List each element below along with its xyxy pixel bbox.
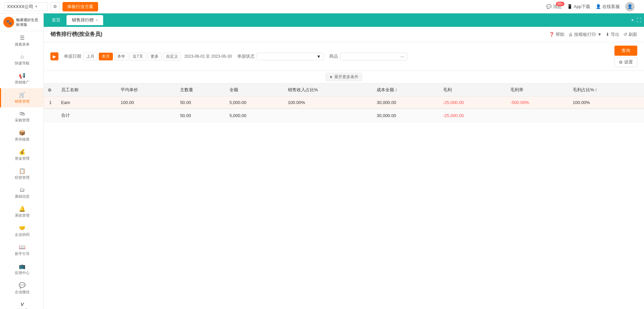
page-content: 销售排行榜(按业务员) ❓ 帮助 🖨 按模板打印 ▼ ⬇ 导出 <box>44 27 644 309</box>
print-dropdown-icon[interactable]: ▼ <box>597 32 602 37</box>
filter-row: ▶ 单据日期 上月 本月 本年 近7天 更多 自定义 2023- <box>50 46 637 67</box>
content-area: 首页 销售排行榜 × × ⛶ 销售排行榜(按业务员) ❓ 帮助 <box>44 13 644 309</box>
sidebar-item-finance-label: 资金管理 <box>15 156 30 161</box>
export-icon: ⬇ <box>606 32 609 37</box>
tab-home[interactable]: 首页 <box>46 15 66 25</box>
settings-icon[interactable]: ⚙ <box>50 2 60 11</box>
print-button[interactable]: 🖨 按模板打印 ▼ <box>568 32 602 38</box>
sidebar-item-quick-nav-label: 快捷导航 <box>15 61 30 66</box>
cell-cost: 30,000.00 <box>373 97 439 109</box>
refresh-label: 刷新 <box>629 32 637 38</box>
sidebar-item-quick-nav[interactable]: ⌂ 快捷导航 <box>0 50 43 69</box>
custom-date-btn[interactable]: 自定义 <box>163 53 181 60</box>
gross-pct-info-icon[interactable]: ℹ <box>595 88 597 92</box>
system-icon: 🔔 <box>19 206 26 212</box>
sidebar-item-operation[interactable]: 📋 经营管理 <box>0 164 43 184</box>
this-year-btn[interactable]: 本年 <box>114 53 128 60</box>
more-date-btn[interactable]: 更多 <box>147 53 162 60</box>
footer-gross-rate <box>506 109 569 122</box>
logo-line1: 畅康通好生意 <box>16 17 38 22</box>
last-month-btn[interactable]: 上月 <box>83 53 97 60</box>
tab-close-icon[interactable]: × <box>96 18 98 22</box>
company-selector[interactable]: XXXXXX公司 ▼ <box>4 2 48 11</box>
print-icon: 🖨 <box>568 32 573 37</box>
app-icon: 📱 <box>567 4 572 9</box>
sidebar-item-finance[interactable]: 💰 资金管理 <box>0 145 43 164</box>
cell-rank: 1 <box>44 97 57 109</box>
service-label: 在线客服 <box>602 4 620 10</box>
logo-char: 🐾 <box>6 19 12 25</box>
sidebar-item-enterprise[interactable]: 🤝 企业协同 <box>0 221 43 241</box>
search-order-icon: ☰ <box>20 35 25 41</box>
this-month-btn[interactable]: 本月 <box>99 53 113 60</box>
sidebar-item-inventory[interactable]: 📦 库存核算 <box>0 126 43 145</box>
main-layout: 🐾 畅康通好生意 标准版 ☰ 搜索菜单 ⌂ 快捷导航 📢 营销推广 🛒 销 <box>0 13 644 309</box>
cell-gross-pct: 100.00% <box>569 97 644 109</box>
tab-sales-ranking[interactable]: 销售排行榜 × <box>67 15 103 25</box>
sidebar-item-wechat-label: 企业微信 <box>15 290 30 295</box>
trial-button[interactable]: 体验行业方案 <box>62 2 98 11</box>
sidebar-item-system[interactable]: 🔔 系统管理 <box>0 202 43 221</box>
th-settings[interactable]: ⚙ <box>44 84 57 97</box>
footer-gross: -25,000.00 <box>439 109 507 122</box>
topbar: XXXXXX公司 ▼ ⚙ 体验行业方案 💬 消息 99+ 📱 App下载 👤 在… <box>0 0 644 13</box>
query-button[interactable]: 查询 <box>614 46 637 56</box>
help-icon: ❓ <box>549 32 554 37</box>
footer-row: 合计 50.00 5,000.00 30,000.00 -25,000.00 <box>44 109 644 122</box>
tab-right-controls: × ⛶ <box>631 17 641 23</box>
sidebar-item-member[interactable]: V 畅会员 <box>0 298 43 309</box>
footer-empty <box>44 109 57 122</box>
footer-gross-pct <box>569 109 644 122</box>
online-service-button[interactable]: 👤 在线客服 <box>596 4 620 10</box>
sidebar-item-app-center[interactable]: 📺 应用中心 <box>0 260 43 279</box>
page-title: 销售排行榜(按业务员) <box>50 31 102 38</box>
query-section: 查询 ⚙ 设置 <box>614 46 637 67</box>
help-label: 帮助 <box>556 32 564 38</box>
app-download-button[interactable]: 📱 App下载 <box>567 4 590 10</box>
goods-label: 商品 <box>329 53 338 59</box>
expand-conditions-button[interactable]: ▼ 展开更多条件 <box>326 73 362 81</box>
logo-line2: 标准版 <box>16 22 38 27</box>
cell-amount: 5,000.00 <box>225 97 284 109</box>
window-close-icon[interactable]: × <box>631 17 634 23</box>
export-label: 导出 <box>611 32 619 38</box>
logo-text: 畅康通好生意 标准版 <box>16 17 38 27</box>
message-button[interactable]: 💬 消息 99+ <box>546 4 562 10</box>
avatar[interactable]: 👤 <box>625 2 635 11</box>
service-icon: 👤 <box>596 4 601 9</box>
tabbar: 首页 销售排行榜 × × ⛶ <box>44 13 644 27</box>
sidebar-item-search-order[interactable]: ☰ 搜索菜单 <box>0 31 43 50</box>
7days-btn[interactable]: 近7天 <box>130 53 146 60</box>
window-maximize-icon[interactable]: ⛶ <box>637 17 641 23</box>
sidebar-item-purchase[interactable]: 🛍 采购管理 <box>0 107 43 126</box>
marketing-icon: 📢 <box>19 72 26 79</box>
th-cost: 成本全额 ℹ <box>373 84 439 97</box>
filter-collapse-icon[interactable]: ▶ <box>50 52 58 60</box>
topbar-right: 💬 消息 99+ 📱 App下载 👤 在线客服 👤 <box>546 2 640 11</box>
refresh-icon: ↺ <box>624 32 627 37</box>
app-label: App下载 <box>574 4 590 10</box>
sidebar-item-base-info-label: 基础信息 <box>15 194 30 199</box>
cost-info-icon[interactable]: ℹ <box>395 88 397 92</box>
sidebar-item-enterprise-label: 企业协同 <box>15 232 30 237</box>
status-select[interactable]: ▼ <box>257 53 324 60</box>
sidebar-item-base-info[interactable]: 🗂 基础信息 <box>0 184 43 202</box>
logo-area: 🐾 畅康通好生意 标准版 <box>0 13 43 31</box>
goods-select[interactable]: ··· <box>340 53 407 60</box>
export-button[interactable]: ⬇ 导出 <box>606 32 619 38</box>
th-avg-price: 平均单价 <box>117 84 176 97</box>
sidebar-item-sales[interactable]: 🛒 销售管理 <box>0 88 43 107</box>
refresh-button[interactable]: ↺ 刷新 <box>624 32 637 38</box>
date-label: 单据日期 <box>64 53 81 59</box>
message-badge: 99+ <box>556 2 564 6</box>
sidebar-item-inventory-label: 库存核算 <box>15 137 30 142</box>
sidebar-item-marketing[interactable]: 📢 营销推广 <box>0 69 43 88</box>
setting-button[interactable]: ⚙ 设置 <box>614 57 637 67</box>
sidebar-item-guide[interactable]: 📖 新手引导 <box>0 241 43 260</box>
app-center-icon: 📺 <box>19 263 26 269</box>
cell-sales-pct: 100.00% <box>284 97 373 109</box>
expand-row: ▼ 展开更多条件 <box>44 71 644 84</box>
help-button[interactable]: ❓ 帮助 <box>549 32 564 38</box>
status-filter: 单据状态 ▼ <box>237 53 324 60</box>
sidebar-item-wechat[interactable]: 💬 企业微信 <box>0 279 43 298</box>
